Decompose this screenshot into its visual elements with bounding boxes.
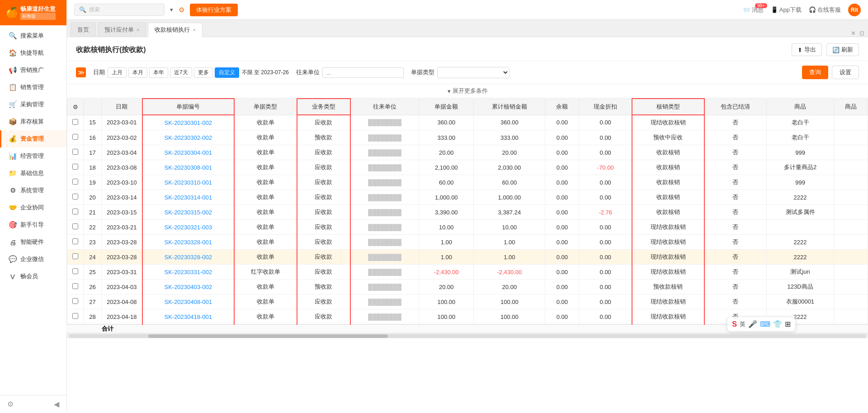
billno-link[interactable]: SK-20230314-001: [164, 194, 212, 201]
sidebar-item-资金管理[interactable]: 💰资金管理: [0, 130, 66, 147]
sidebar-item-智能硬件[interactable]: 🖨智能硬件: [0, 233, 66, 251]
billtype-select[interactable]: [437, 67, 509, 78]
sidebar-item-企业协同[interactable]: 🤝企业协同: [0, 199, 66, 216]
billno-link[interactable]: SK-20230304-001: [164, 149, 212, 156]
partner-input[interactable]: [322, 67, 404, 78]
sidebar-item-新手引导[interactable]: 🎯新手引导: [0, 216, 66, 233]
sidebar-item-采购管理[interactable]: 🛒采购管理: [0, 96, 66, 113]
cell-checkbox[interactable]: [67, 250, 84, 265]
billno-link[interactable]: SK-20230301-002: [164, 119, 212, 126]
filter-settings-button[interactable]: 设置: [832, 66, 859, 79]
row-checkbox[interactable]: [72, 283, 78, 289]
cell-checkbox[interactable]: [67, 294, 84, 309]
cell-checkbox[interactable]: [67, 115, 84, 130]
tab-payable-close[interactable]: ×: [137, 27, 139, 33]
billno-link[interactable]: SK-20230310-001: [164, 179, 212, 186]
row-checkbox[interactable]: [72, 268, 78, 274]
row-checkbox[interactable]: [72, 298, 78, 304]
billno-link[interactable]: SK-20230328-001: [164, 239, 212, 246]
export-button[interactable]: ⬆ 导出: [792, 43, 822, 56]
tab-home[interactable]: 首页: [71, 22, 96, 37]
date-label: 日期: [93, 68, 105, 76]
sidebar-item-畅会员[interactable]: V畅会员: [0, 268, 66, 285]
cell-checkbox[interactable]: [67, 309, 84, 325]
cell-goods2: [834, 205, 868, 220]
tab-writeoff-close[interactable]: ×: [193, 27, 195, 33]
row-checkbox[interactable]: [72, 179, 78, 185]
sidebar-item-快捷导航[interactable]: 🏠快捷导航: [0, 44, 66, 62]
row-checkbox[interactable]: [72, 209, 78, 214]
sidebar-item-搜索菜单[interactable]: 🔍搜索菜单: [0, 27, 66, 44]
cell-billno: SK-20230304-001: [142, 145, 234, 160]
sidebar-item-企业微信[interactable]: 💬企业微信: [0, 251, 66, 268]
user-avatar[interactable]: Rit: [848, 4, 861, 16]
expand-more-bar[interactable]: ▾ 展开更多条件: [67, 84, 868, 98]
billno-link[interactable]: SK-20230418-001: [164, 313, 212, 320]
cell-no: 27: [84, 294, 102, 309]
sidebar-item-系统管理[interactable]: ⚙系统管理: [0, 182, 66, 199]
sidebar-item-营销推广[interactable]: 📢营销推广: [0, 62, 66, 79]
date-btn-thisyear[interactable]: 本年: [149, 67, 168, 78]
cell-checkbox[interactable]: [67, 175, 84, 190]
topbar-search-box[interactable]: 🔍 搜索: [74, 4, 165, 16]
row-checkbox[interactable]: [72, 134, 78, 140]
row-checkbox[interactable]: [72, 149, 78, 155]
query-button[interactable]: 查询: [802, 66, 828, 79]
row-checkbox[interactable]: [72, 253, 78, 259]
billno-link[interactable]: SK-20230302-002: [164, 134, 212, 141]
cell-checkbox[interactable]: [67, 235, 84, 250]
date-btn-thismonth[interactable]: 本月: [128, 67, 147, 78]
scroll-thumb[interactable]: [148, 334, 387, 338]
col-header-discount: 现金折扣: [579, 99, 632, 115]
billno-link[interactable]: SK-20230308-001: [164, 164, 212, 171]
cell-checkbox[interactable]: [67, 280, 84, 294]
maximize-icon[interactable]: ⊡: [859, 30, 864, 37]
filter-expand-button[interactable]: ≫: [76, 67, 86, 77]
billno-link[interactable]: SK-20230331-002: [164, 269, 212, 275]
close-window-icon[interactable]: ✕: [851, 30, 856, 37]
date-btn-custom[interactable]: 自定义: [215, 67, 239, 78]
cell-checkbox[interactable]: [67, 205, 84, 220]
row-checkbox[interactable]: [72, 313, 78, 319]
cell-checkbox[interactable]: [67, 130, 84, 145]
date-btn-7days[interactable]: 近7天: [170, 67, 192, 78]
cell-checkbox[interactable]: [67, 265, 84, 280]
cell-checkbox[interactable]: [67, 190, 84, 205]
solution-button[interactable]: 体验行业方案: [190, 4, 238, 16]
refresh-button[interactable]: 🔄 刷新: [826, 43, 859, 56]
row-checkbox[interactable]: [72, 238, 78, 244]
col-header-settings[interactable]: ⚙: [67, 99, 84, 115]
tab-payable[interactable]: 预计应付单 ×: [98, 22, 146, 37]
date-btn-lastmonth[interactable]: 上月: [108, 67, 127, 78]
billno-link[interactable]: SK-20230315-002: [164, 209, 212, 216]
collapse-icon[interactable]: ◀: [54, 400, 59, 408]
row-checkbox[interactable]: [72, 223, 78, 229]
cell-checkbox[interactable]: [67, 145, 84, 160]
online-support[interactable]: 🎧 在线客服: [809, 6, 841, 14]
row-checkbox[interactable]: [72, 164, 78, 170]
horizontal-scrollbar[interactable]: [67, 333, 868, 338]
billno-link[interactable]: SK-20230408-001: [164, 299, 212, 305]
scroll-track[interactable]: [69, 334, 866, 338]
date-btn-more[interactable]: 更多: [194, 67, 213, 78]
billno-link[interactable]: SK-20230403-002: [164, 284, 212, 290]
billno-link[interactable]: SK-20230328-002: [164, 254, 212, 261]
topbar-gear-icon[interactable]: ⚙: [179, 6, 184, 14]
row-checkbox[interactable]: [72, 119, 78, 125]
sidebar-item-经营管理[interactable]: 📊经营管理: [0, 147, 66, 165]
app-download[interactable]: 📱 App下载: [771, 6, 802, 14]
col-header-partner: 往来单位: [350, 99, 419, 115]
cell-checkbox[interactable]: [67, 220, 84, 235]
cell-checkbox[interactable]: [67, 160, 84, 175]
cell-amount: 100.00: [419, 309, 474, 325]
sidebar-item-基础信息[interactable]: 📁基础信息: [0, 165, 66, 182]
message-badge[interactable]: 📨 消息 99+: [743, 6, 764, 14]
sidebar-item-销售管理[interactable]: 📋销售管理: [0, 79, 66, 96]
billno-link[interactable]: SK-20230321-003: [164, 224, 212, 231]
row-checkbox[interactable]: [72, 194, 78, 199]
sidebar-item-库存核算[interactable]: 📦库存核算: [0, 113, 66, 130]
cell-includeclear: 否: [704, 160, 767, 175]
topbar-dropdown-arrow[interactable]: ▾: [170, 6, 173, 13]
tab-writeoff[interactable]: 收款核销执行 ×: [148, 23, 202, 37]
settings-icon[interactable]: ⚙: [7, 400, 14, 408]
